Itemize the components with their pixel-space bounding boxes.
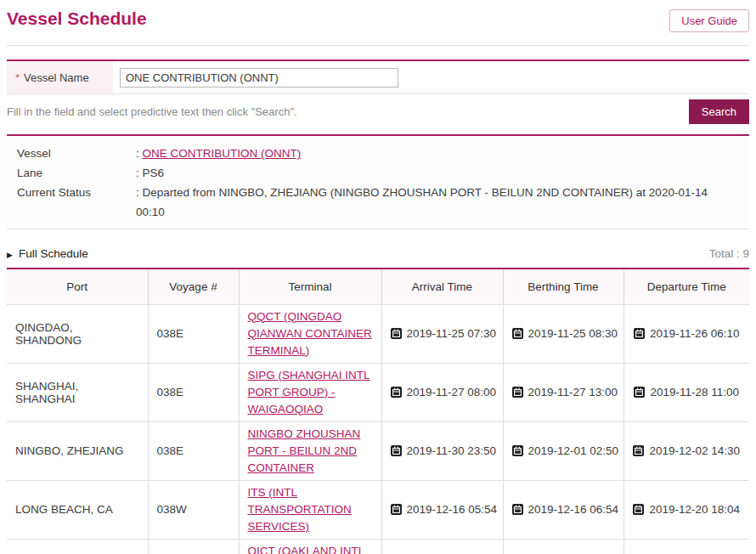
- vessel-name-input[interactable]: [120, 68, 398, 88]
- info-label: Lane: [17, 163, 136, 183]
- arrival-time-cell: 2019-11-27 08:00: [381, 363, 503, 421]
- user-guide-button[interactable]: User Guide: [669, 9, 749, 32]
- info-row: Current Status: Departed from NINGBO, ZH…: [17, 183, 739, 222]
- berthing-time-cell: 2019-11-25 08:30: [503, 304, 623, 363]
- vessel-name-label: Vessel Name: [24, 71, 89, 84]
- calendar-icon: [512, 504, 523, 515]
- berthing-time-text: 2019-11-25 08:30: [528, 327, 618, 340]
- departure-time-text: 2019-12-20 18:04: [649, 503, 740, 516]
- info-value: : PS6: [136, 163, 739, 183]
- berthing-time-cell: 2019-12-01 02:50: [503, 421, 623, 480]
- table-row: QINGDAO, SHANDONG038EQQCT (QINGDAO QIANW…: [7, 304, 749, 363]
- full-schedule-bar: ▶Full Schedule Total : 9: [7, 247, 749, 268]
- column-header: Departure Time: [623, 269, 749, 304]
- departure-time-cell: 2019-11-26 06:10: [623, 304, 749, 363]
- triangle-right-icon: ▶: [7, 251, 13, 259]
- info-value: : ONE CONTRIBUTION (ONNT): [136, 144, 739, 163]
- arrival-time-cell: 2019-12-16 05:54: [381, 480, 503, 539]
- hint-row: Fill in the field and select predictive …: [7, 94, 749, 129]
- voyage-cell: 038E: [148, 363, 239, 421]
- port-cell: QINGDAO, SHANDONG: [7, 304, 148, 363]
- arrival-time-text: 2019-11-25 07:30: [407, 327, 497, 340]
- terminal-cell: NINGBO ZHOUSHAN PORT - BEILUN 2ND CONTAI…: [239, 421, 381, 480]
- table-row: LONG BEACH, CA038WITS (INTL TRANSPORTATI…: [7, 480, 749, 539]
- page-header: Vessel Schedule User Guide: [7, 8, 749, 34]
- table-row: OAKLAND, CA038WOICT (OAKLAND INTL CONTAI…: [7, 539, 749, 554]
- calendar-icon: [512, 328, 523, 339]
- info-row: Vessel: ONE CONTRIBUTION (ONNT): [17, 144, 739, 163]
- table-header-row: PortVoyage #TerminalArrival TimeBerthing…: [7, 269, 749, 304]
- column-header: Voyage #: [148, 269, 239, 304]
- berthing-time-cell: 2019-12-16 06:54: [503, 480, 623, 539]
- table-row: NINGBO, ZHEJIANG038ENINGBO ZHOUSHAN PORT…: [7, 421, 749, 480]
- arrival-time-cell: 2019-12-22 03:00: [381, 539, 503, 554]
- departure-time-text: 2019-11-26 06:10: [650, 327, 740, 340]
- calendar-icon: [634, 328, 645, 339]
- vessel-search-form: * Vessel Name: [7, 59, 749, 94]
- calendar-icon: [391, 504, 402, 515]
- voyage-cell: 038E: [148, 421, 239, 480]
- departure-time-cell: 2019-12-20 18:04: [623, 480, 749, 539]
- terminal-cell: QQCT (QINGDAO QIANWAN CONTAINER TERMINAL…: [239, 304, 381, 363]
- vessel-link[interactable]: ONE CONTRIBUTION (ONNT): [143, 147, 302, 160]
- departure-time-cell: 2019-11-28 11:00: [623, 363, 749, 421]
- calendar-icon: [633, 504, 644, 515]
- page: Vessel Schedule User Guide * Vessel Name…: [0, 0, 756, 554]
- calendar-icon: [512, 387, 523, 398]
- berthing-time-cell: 2019-12-22 06:50: [503, 539, 623, 554]
- port-cell: NINGBO, ZHEJIANG: [7, 421, 148, 480]
- search-button[interactable]: Search: [689, 99, 749, 124]
- terminal-link[interactable]: SIPG (SHANGHAI INTL PORT GROUP) - WAIGAO…: [248, 369, 370, 416]
- voyage-cell: 038W: [148, 480, 239, 539]
- calendar-icon: [512, 445, 523, 456]
- terminal-cell: ITS (INTL TRANSPORTATION SERVICES): [239, 480, 381, 539]
- column-header: Port: [7, 269, 148, 304]
- calendar-icon: [391, 445, 402, 456]
- terminal-link[interactable]: QQCT (QINGDAO QIANWAN CONTAINER TERMINAL…: [248, 310, 372, 357]
- berthing-time-text: 2019-11-27 13:00: [528, 386, 618, 399]
- terminal-link[interactable]: NINGBO ZHOUSHAN PORT - BEILUN 2ND CONTAI…: [248, 427, 361, 474]
- arrival-time-cell: 2019-11-30 23:50: [381, 421, 503, 480]
- total-count: Total : 9: [709, 247, 749, 260]
- column-header: Terminal: [239, 269, 381, 304]
- voyage-cell: 038E: [148, 304, 239, 363]
- page-title: Vessel Schedule: [7, 8, 147, 28]
- full-schedule-label: Full Schedule: [19, 247, 88, 260]
- berthing-time-cell: 2019-11-27 13:00: [503, 363, 623, 421]
- port-cell: SHANGHAI, SHANGHAI: [7, 363, 148, 421]
- arrival-time-text: 2019-11-30 23:50: [407, 444, 497, 457]
- table-row: SHANGHAI, SHANGHAI038ESIPG (SHANGHAI INT…: [7, 363, 749, 421]
- vessel-info-panel: Vessel: ONE CONTRIBUTION (ONNT)Lane: PS6…: [7, 134, 749, 229]
- schedule-table: PortVoyage #TerminalArrival TimeBerthing…: [7, 268, 749, 554]
- departure-time-text: 2019-12-02 14:30: [649, 444, 740, 457]
- vessel-name-label-cell: * Vessel Name: [7, 61, 113, 93]
- full-schedule-toggle[interactable]: ▶Full Schedule: [7, 247, 88, 260]
- search-hint-text: Fill in the field and select predictive …: [7, 105, 297, 118]
- calendar-icon: [391, 328, 402, 339]
- departure-time-text: 2019-11-28 11:00: [650, 386, 739, 399]
- berthing-time-text: 2019-12-01 02:50: [528, 444, 619, 457]
- info-label: Vessel: [17, 144, 136, 163]
- departure-time-cell: 2019-12-02 14:30: [623, 421, 749, 480]
- terminal-cell: OICT (OAKLAND INTL CONTAINER TERMINAL): [239, 539, 381, 554]
- info-value: : Departed from NINGBO, ZHEJIANG (NINGBO…: [136, 183, 739, 222]
- info-label: Current Status: [17, 183, 136, 222]
- calendar-icon: [633, 445, 644, 456]
- terminal-link[interactable]: ITS (INTL TRANSPORTATION SERVICES): [248, 486, 352, 533]
- column-header: Berthing Time: [503, 269, 623, 304]
- port-cell: OAKLAND, CA: [7, 539, 148, 554]
- calendar-icon: [391, 387, 402, 398]
- arrival-time-text: 2019-11-27 08:00: [407, 386, 497, 399]
- terminal-link[interactable]: OICT (OAKLAND INTL CONTAINER TERMINAL): [248, 545, 365, 554]
- schedule-table-body: QINGDAO, SHANDONG038EQQCT (QINGDAO QIANW…: [7, 304, 749, 554]
- info-row: Lane: PS6: [17, 163, 739, 183]
- port-cell: LONG BEACH, CA: [7, 480, 148, 539]
- arrival-time-text: 2019-12-16 05:54: [407, 503, 498, 516]
- voyage-cell: 038W: [148, 539, 239, 554]
- berthing-time-text: 2019-12-16 06:54: [528, 503, 619, 516]
- calendar-icon: [634, 387, 645, 398]
- header-divider: [7, 45, 749, 46]
- terminal-cell: SIPG (SHANGHAI INTL PORT GROUP) - WAIGAO…: [239, 363, 381, 421]
- departure-time-cell: 2019-12-23 07:50: [623, 539, 749, 554]
- required-marker: *: [15, 71, 20, 84]
